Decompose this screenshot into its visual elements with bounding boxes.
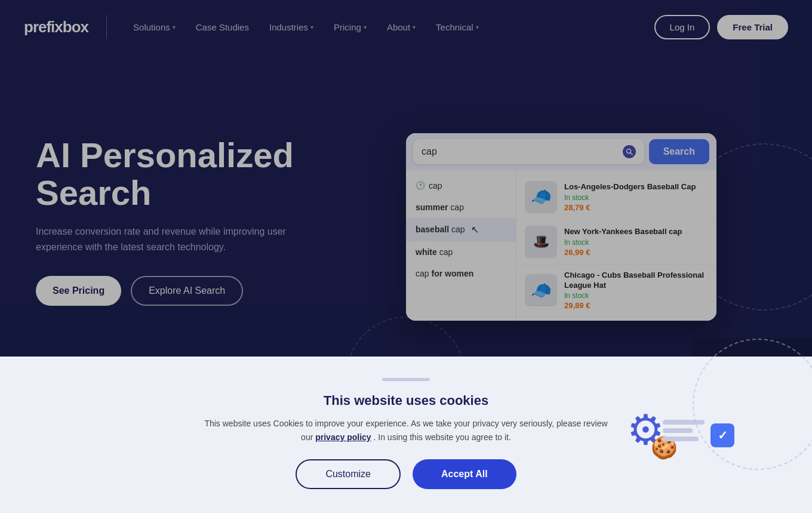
cookie-overlay: This website uses cookies This website u… — [0, 0, 812, 400]
cookie-drag-handle[interactable] — [382, 378, 430, 381]
deco-arc-right — [693, 339, 812, 400]
cookie-banner: This website uses cookies This website u… — [0, 357, 812, 400]
cookie-title: This website uses cookies — [324, 393, 488, 400]
